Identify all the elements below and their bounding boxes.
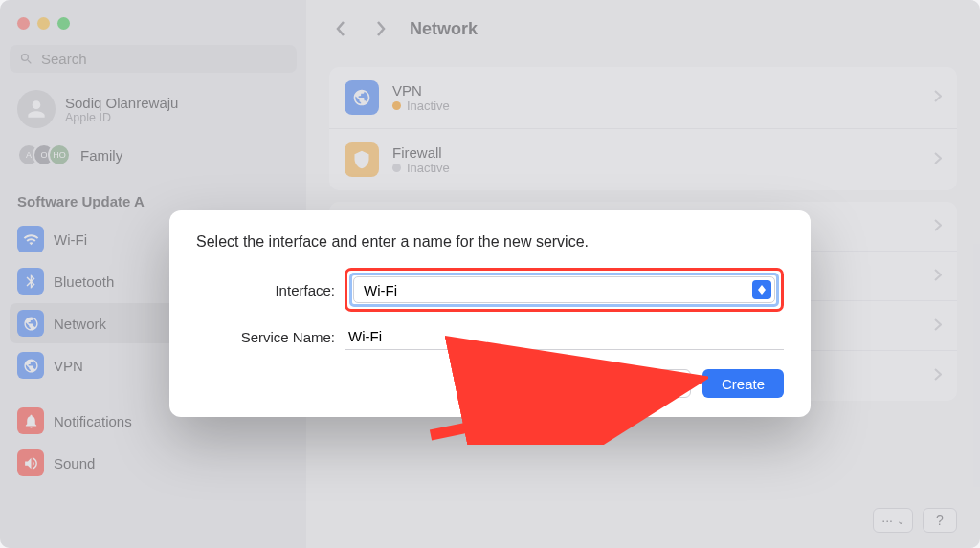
interface-select[interactable]: Wi-Fi (353, 276, 775, 303)
interface-label: Interface: (196, 282, 335, 298)
service-name-row: Service Name: (196, 323, 784, 350)
svg-marker-1 (758, 290, 766, 295)
dialog-buttons: Cancel Create (196, 369, 784, 398)
highlight-annotation: Wi-Fi (345, 268, 784, 312)
new-service-dialog: Select the interface and enter a name fo… (169, 210, 811, 417)
create-button[interactable]: Create (702, 369, 784, 398)
modal-overlay: Select the interface and enter a name fo… (0, 0, 980, 548)
select-value: Wi-Fi (364, 282, 397, 298)
settings-window: Sodiq Olanrewaju Apple ID A O HO Family … (0, 0, 980, 548)
service-name-label: Service Name: (196, 329, 335, 345)
interface-row: Interface: Wi-Fi (196, 268, 784, 312)
dialog-message: Select the interface and enter a name fo… (196, 233, 784, 251)
service-name-input[interactable] (345, 323, 784, 350)
select-stepper-icon (752, 280, 771, 299)
cancel-button[interactable]: Cancel (606, 369, 691, 398)
